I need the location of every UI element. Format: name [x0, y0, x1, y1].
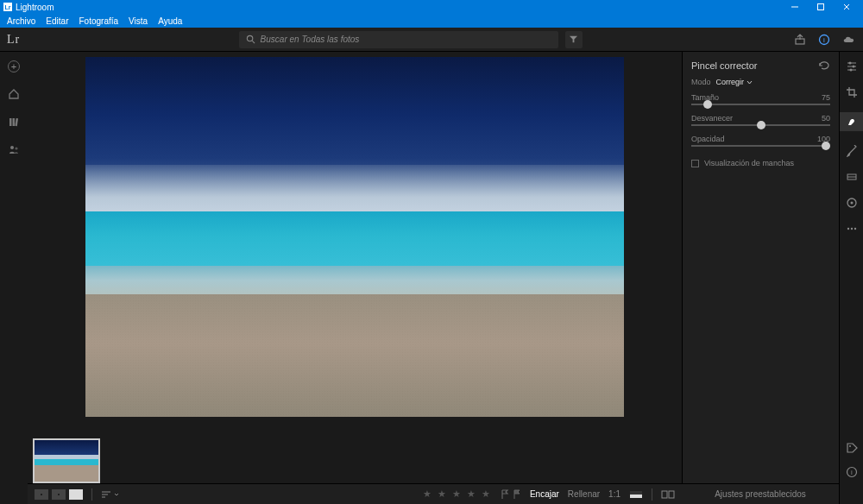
photo-preview	[85, 57, 624, 417]
svg-point-34	[849, 445, 851, 447]
separator	[91, 488, 92, 501]
more-icon[interactable]	[846, 226, 858, 231]
minimize-button[interactable]	[782, 0, 808, 14]
search-placeholder: Buscar en Todas las fotos	[261, 35, 360, 44]
svg-point-24	[852, 66, 854, 68]
menu-fotografia[interactable]: Fotografía	[73, 14, 123, 28]
svg-rect-18	[630, 491, 642, 495]
mode-label: Modo	[691, 78, 711, 86]
grid-large-view-button[interactable]	[52, 489, 66, 500]
brush-tool[interactable]	[846, 145, 858, 157]
search-input[interactable]: Buscar en Todas las fotos	[239, 31, 558, 48]
svg-rect-1	[818, 4, 824, 10]
svg-rect-19	[662, 491, 667, 498]
info-button[interactable]: i	[846, 466, 858, 478]
share-button[interactable]	[794, 34, 806, 46]
healing-brush-panel: Pincel corrector Modo Corregir Tamaño75	[682, 52, 839, 483]
presets-button[interactable]: Ajustes preestablecidos	[682, 483, 839, 504]
logo: Lr	[7, 33, 20, 47]
grid-small-view-button[interactable]	[35, 489, 48, 500]
close-button[interactable]	[834, 0, 860, 14]
svg-rect-11	[15, 118, 18, 126]
svg-line-5	[252, 41, 255, 43]
visualize-spots-checkbox[interactable]: Visualización de manchas	[691, 159, 830, 167]
opacity-slider[interactable]: Opacidad100	[691, 135, 830, 147]
linear-gradient-tool[interactable]	[846, 171, 858, 183]
svg-rect-10	[13, 118, 16, 126]
reset-button[interactable]	[818, 61, 830, 70]
right-toolstrip: i	[839, 52, 863, 504]
chevron-down-icon	[746, 80, 753, 85]
view-original-button[interactable]	[629, 489, 643, 500]
menu-vista[interactable]: Vista	[123, 14, 153, 28]
size-slider[interactable]: Tamaño75	[691, 93, 830, 105]
footer-bar: ★ ★ ★ ★ ★ Encajar Rellenar 1:1	[28, 483, 682, 504]
home-button[interactable]	[8, 88, 20, 100]
left-nav: +	[0, 52, 28, 504]
funnel-icon	[569, 35, 578, 44]
menu-ayuda[interactable]: Ayuda	[153, 14, 187, 28]
window-title: Lightroom	[16, 3, 782, 12]
flag-buttons[interactable]	[501, 489, 521, 500]
svg-point-32	[850, 228, 852, 230]
zoom-fit-button[interactable]: Encajar	[530, 489, 559, 499]
filmstrip	[28, 440, 682, 483]
filter-button[interactable]	[565, 31, 583, 48]
add-photos-button[interactable]: +	[8, 60, 20, 72]
chevron-down-icon	[114, 492, 119, 497]
menu-archivo[interactable]: Archivo	[2, 14, 41, 28]
radial-gradient-tool[interactable]	[846, 197, 858, 209]
main-area: +	[0, 52, 863, 504]
single-view-button[interactable]	[69, 489, 83, 500]
svg-rect-9	[9, 118, 12, 126]
compare-button[interactable]	[661, 489, 675, 500]
svg-point-13	[15, 147, 17, 149]
top-toolbar: Lr Buscar en Todas las fotos i	[0, 28, 863, 52]
library-button[interactable]	[8, 116, 20, 128]
svg-point-4	[247, 35, 252, 41]
checkbox-icon	[691, 160, 699, 167]
svg-point-22	[848, 62, 851, 65]
window-titlebar: Lr Lightroom	[0, 0, 863, 14]
cloud-status-icon[interactable]	[842, 35, 856, 45]
sort-button[interactable]	[101, 490, 119, 499]
image-viewport[interactable]	[28, 52, 682, 440]
app-icon: Lr	[3, 3, 12, 11]
crop-tool[interactable]	[846, 86, 858, 98]
rating-stars[interactable]: ★ ★ ★ ★ ★	[423, 488, 492, 500]
healing-brush-tool[interactable]	[840, 112, 863, 131]
svg-rect-20	[669, 491, 674, 498]
people-button[interactable]	[8, 143, 20, 155]
svg-text:i: i	[851, 469, 853, 476]
panel-title: Pincel corrector	[691, 60, 757, 71]
menubar: Archivo Editar Fotografía Vista Ayuda	[0, 14, 863, 28]
edit-sliders-tool[interactable]	[846, 60, 858, 72]
tag-button[interactable]	[846, 442, 858, 454]
svg-point-33	[854, 228, 855, 230]
thumbnail[interactable]	[33, 438, 100, 483]
svg-point-26	[849, 69, 852, 72]
mode-dropdown[interactable]: Corregir	[716, 78, 753, 86]
zoom-fill-button[interactable]: Rellenar	[568, 489, 600, 499]
menu-editar[interactable]: Editar	[41, 14, 73, 28]
svg-point-12	[10, 146, 14, 149]
maximize-button[interactable]	[808, 0, 834, 14]
svg-point-31	[847, 228, 848, 230]
search-icon	[246, 35, 255, 44]
separator	[652, 488, 652, 501]
feather-slider[interactable]: Desvanecer50	[691, 114, 830, 126]
canvas-column: ★ ★ ★ ★ ★ Encajar Rellenar 1:1	[28, 52, 682, 504]
svg-point-30	[850, 202, 853, 205]
zoom-1to1-button[interactable]: 1:1	[608, 489, 620, 499]
svg-text:i: i	[823, 36, 825, 44]
sync-button[interactable]: i	[818, 34, 830, 46]
